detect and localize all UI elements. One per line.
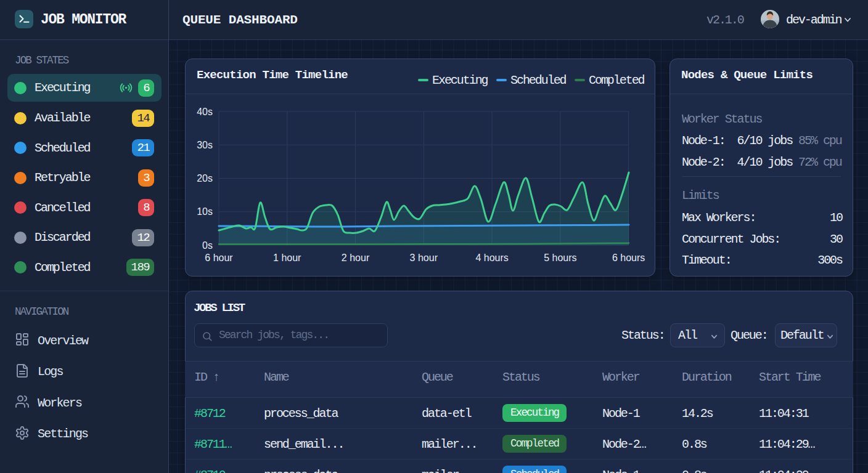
svg-text:0s: 0s <box>202 240 213 251</box>
svg-text:30s: 30s <box>197 140 213 150</box>
svg-text:20s: 20s <box>197 173 213 184</box>
svg-text:2 hour: 2 hour <box>342 253 370 263</box>
svg-text:6 hours: 6 hours <box>612 253 645 263</box>
svg-text:1 hour: 1 hour <box>273 253 301 263</box>
svg-text:3 hour: 3 hour <box>410 253 438 263</box>
svg-text:5 hours: 5 hours <box>544 253 576 263</box>
svg-text:6 hour: 6 hour <box>205 253 233 263</box>
svg-text:40s: 40s <box>197 107 213 117</box>
svg-text:10s: 10s <box>197 206 213 217</box>
svg-text:4 hours: 4 hours <box>475 253 508 263</box>
